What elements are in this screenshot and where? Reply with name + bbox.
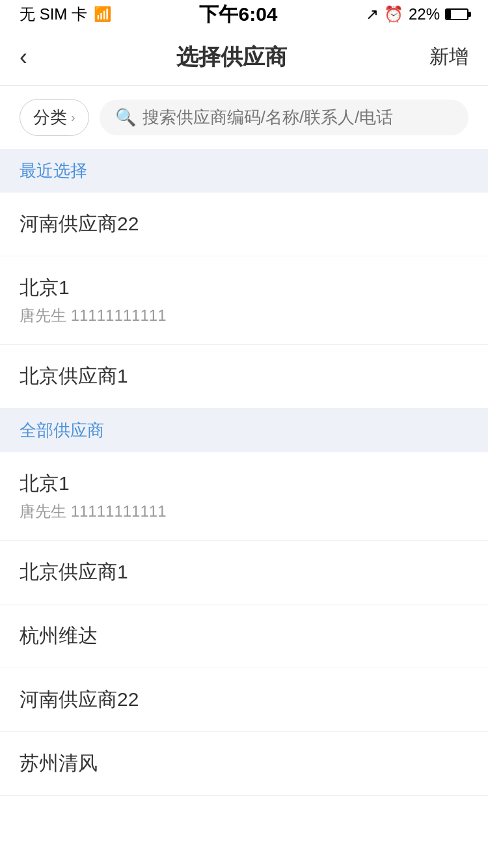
status-left: 无 SIM 卡 📶 <box>20 4 111 25</box>
list-item[interactable]: 苏州清风 <box>0 732 488 796</box>
chevron-right-icon: › <box>71 110 75 125</box>
item-name: 苏州清风 <box>20 750 468 777</box>
status-time: 下午6:04 <box>199 1 277 28</box>
sections-container: 最近选择河南供应商22北京1唐先生 11111111111北京供应商1全部供应商… <box>0 149 488 796</box>
search-input[interactable] <box>142 107 453 128</box>
status-bar: 无 SIM 卡 📶 下午6:04 ↗ ⏰ 22% <box>0 0 488 29</box>
item-name: 河南供应商22 <box>20 686 468 713</box>
item-name: 杭州维达 <box>20 623 468 649</box>
category-label: 分类 <box>33 106 67 129</box>
location-icon: ↗ <box>366 5 379 23</box>
item-contact: 唐先生 11111111111 <box>20 501 468 522</box>
battery-percent: 22% <box>409 5 440 23</box>
category-filter-button[interactable]: 分类 › <box>20 99 89 136</box>
list-item[interactable]: 河南供应商22 <box>0 193 488 256</box>
item-name: 北京供应商1 <box>20 363 468 390</box>
page-title: 选择供应商 <box>176 42 287 72</box>
list-item[interactable]: 河南供应商22 <box>0 668 488 732</box>
item-name: 北京供应商1 <box>20 559 468 586</box>
item-contact: 唐先生 11111111111 <box>20 305 468 326</box>
status-right: ↗ ⏰ 22% <box>366 5 468 23</box>
sim-label: 无 SIM 卡 <box>20 4 87 25</box>
list-item[interactable]: 杭州维达 <box>0 604 488 668</box>
alarm-icon: ⏰ <box>384 5 403 23</box>
add-button[interactable]: 新增 <box>429 44 468 70</box>
wifi-icon: 📶 <box>94 6 111 23</box>
list-item[interactable]: 北京1唐先生 11111111111 <box>0 452 488 541</box>
battery-icon <box>445 8 468 20</box>
search-input-wrap: 🔍 <box>100 100 468 135</box>
list-item[interactable]: 北京1唐先生 11111111111 <box>0 256 488 345</box>
section-header-recent: 最近选择 <box>0 149 488 193</box>
item-name: 北京1 <box>20 470 468 497</box>
back-button[interactable]: ‹ <box>13 37 34 77</box>
item-name: 北京1 <box>20 275 468 301</box>
list-item[interactable]: 北京供应商1 <box>0 541 488 604</box>
nav-bar: ‹ 选择供应商 新增 <box>0 29 488 86</box>
section-header-all: 全部供应商 <box>0 409 488 452</box>
list-item[interactable]: 北京供应商1 <box>0 345 488 409</box>
search-icon: 🔍 <box>115 107 136 128</box>
item-name: 河南供应商22 <box>20 211 468 237</box>
search-bar: 分类 › 🔍 <box>0 86 488 149</box>
